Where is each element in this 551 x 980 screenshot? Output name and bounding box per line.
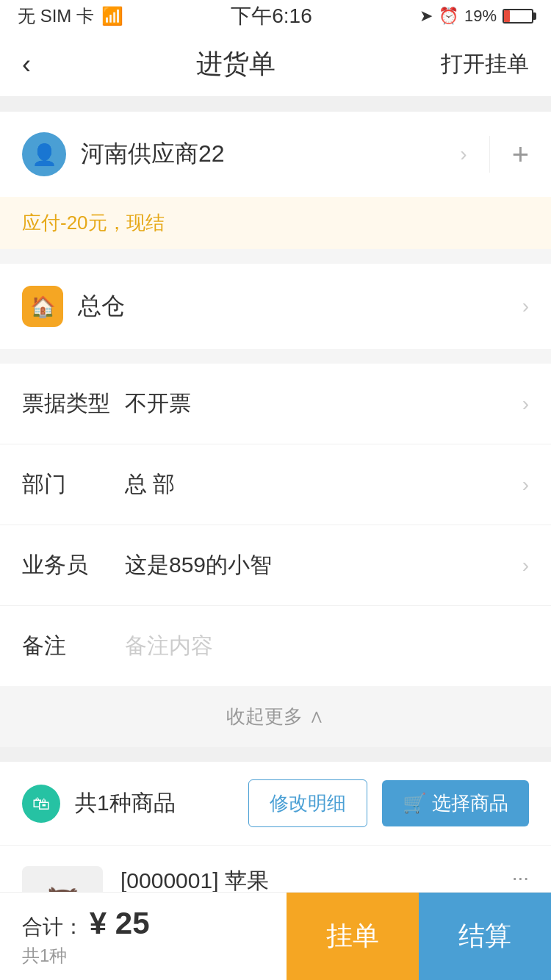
page-title: 进货单 <box>196 46 276 82</box>
invoice-value: 不开票 <box>125 389 522 419</box>
back-button[interactable]: ‹ <box>22 49 31 80</box>
salesman-chevron-icon: › <box>522 554 529 577</box>
status-time: 下午6:16 <box>231 2 312 30</box>
content-area: 👤 河南供应商22 › + 应付-20元，现结 🏠 总仓 › 票据类型 不开票 <box>0 97 551 980</box>
warehouse-chevron-icon: › <box>522 295 529 318</box>
person-icon: 👤 <box>32 143 57 167</box>
form-section: 票据类型 不开票 › 部门 总 部 › 业务员 这是859的小智 › 备注 备注… <box>0 364 551 686</box>
home-icon: 🏠 <box>30 295 56 319</box>
products-icon: 🛍 <box>22 785 60 823</box>
warehouse-section: 🏠 总仓 › <box>0 264 551 349</box>
products-count: 共1种商品 <box>75 788 234 818</box>
status-carrier: 无 SIM 卡 📶 <box>18 4 123 28</box>
location-icon: ➤ <box>419 7 433 26</box>
salesman-label: 业务员 <box>22 550 125 580</box>
add-supplier-button[interactable]: + <box>512 138 529 171</box>
dept-value: 总 部 <box>125 469 522 500</box>
section-gap-2 <box>0 747 551 762</box>
settle-button[interactable]: 结算 <box>419 893 551 981</box>
warehouse-icon: 🏠 <box>22 286 63 327</box>
products-header: 🛍 共1种商品 修改明细 🛒 选择商品 <box>0 762 551 845</box>
select-product-button[interactable]: 🛒 选择商品 <box>382 780 529 826</box>
notice-text: 应付-20元，现结 <box>22 212 165 234</box>
battery-icon <box>503 9 533 24</box>
invoice-label: 票据类型 <box>22 389 125 419</box>
supplier-name: 河南供应商22 <box>81 138 460 170</box>
invoice-chevron-icon: › <box>522 392 529 416</box>
nav-bar: ‹ 进货单 打开挂单 <box>0 32 551 97</box>
bag-icon: 🛍 <box>32 793 50 814</box>
salesman-value: 这是859的小智 <box>125 550 522 580</box>
open-hang-button[interactable]: 打开挂单 <box>441 49 529 79</box>
bottom-bar: 合计： ¥ 25 共1种 挂单 结算 <box>0 892 551 980</box>
battery-level: 19% <box>464 7 497 26</box>
supplier-row[interactable]: 👤 河南供应商22 › + <box>0 112 551 197</box>
supplier-chevron-icon: › <box>460 143 467 166</box>
supplier-section: 👤 河南供应商22 › + 应付-20元，现结 <box>0 112 551 249</box>
invoice-row[interactable]: 票据类型 不开票 › <box>0 364 551 444</box>
alarm-icon: ⏰ <box>439 7 458 26</box>
product-more-button[interactable]: ··· <box>512 866 529 890</box>
remark-label: 备注 <box>22 631 125 661</box>
dept-row[interactable]: 部门 总 部 › <box>0 444 551 525</box>
status-right: ➤ ⏰ 19% <box>419 7 533 26</box>
remark-row[interactable]: 备注 备注内容 <box>0 606 551 686</box>
wifi-icon: 📶 <box>101 6 123 26</box>
edit-detail-button[interactable]: 修改明细 <box>248 779 367 827</box>
supplier-actions: › + <box>460 136 529 173</box>
remark-input[interactable]: 备注内容 <box>125 631 529 661</box>
total-amount: ¥ 25 <box>90 906 150 940</box>
supplier-avatar: 👤 <box>22 132 66 176</box>
total-row: 合计： ¥ 25 <box>22 906 264 941</box>
total-label: 合计： <box>22 915 84 938</box>
total-count: 共1种 <box>22 944 264 968</box>
cart-icon: 🛒 <box>403 792 426 815</box>
notice-bar: 应付-20元，现结 <box>0 197 551 249</box>
salesman-row[interactable]: 业务员 这是859的小智 › <box>0 525 551 606</box>
dept-chevron-icon: › <box>522 473 529 497</box>
status-bar: 无 SIM 卡 📶 下午6:16 ➤ ⏰ 19% <box>0 0 551 32</box>
dept-label: 部门 <box>22 469 125 500</box>
divider <box>489 136 490 173</box>
hang-button[interactable]: 挂单 <box>287 893 419 981</box>
warehouse-name: 总仓 <box>78 290 522 323</box>
total-section: 合计： ¥ 25 共1种 <box>0 906 287 968</box>
collapse-label: 收起更多 ∧ <box>226 705 324 727</box>
collapse-bar[interactable]: 收起更多 ∧ <box>0 686 551 747</box>
section-gap-1 <box>0 97 551 112</box>
warehouse-row[interactable]: 🏠 总仓 › <box>0 264 551 349</box>
